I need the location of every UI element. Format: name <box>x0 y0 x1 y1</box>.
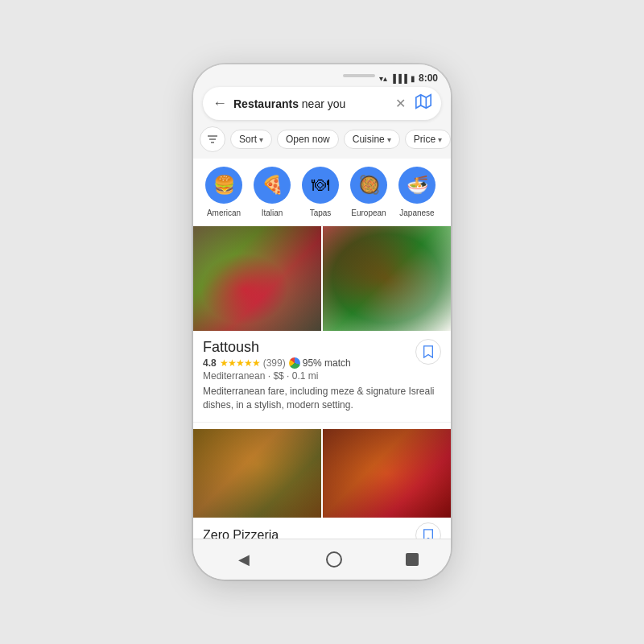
european-icon: 🥘 <box>350 167 387 204</box>
price-chevron: ▾ <box>438 135 442 144</box>
cuisine-italian[interactable]: 🍕 Italian <box>248 167 296 217</box>
fattoush-image-1 <box>193 226 321 331</box>
cuisine-label: Cuisine <box>353 134 385 145</box>
european-label: European <box>351 208 386 217</box>
american-label: American <box>207 208 241 217</box>
fattoush-match-pct: 95% match <box>303 357 351 369</box>
nav-home-button[interactable] <box>326 551 342 568</box>
fattoush-save-button[interactable] <box>415 339 441 365</box>
content-area: 🍔 American 🍕 Italian 🍽 Tapas 🥘 European … <box>193 159 451 539</box>
zero-pizzeria-image-1 <box>193 429 321 518</box>
battery-icon: ▮ <box>411 74 415 83</box>
map-button[interactable] <box>415 93 431 114</box>
back-button[interactable]: ← <box>213 95 227 112</box>
status-bar: ▾▴ ▐▐▐ ▮ 8:00 <box>193 64 451 87</box>
fattoush-match: 95% match <box>289 357 351 369</box>
fattoush-price: $$ <box>273 370 283 382</box>
wifi-icon: ▾▴ <box>379 74 387 83</box>
drag-handle-top <box>343 74 375 82</box>
italian-label: Italian <box>262 208 283 217</box>
fattoush-review-count: (399) <box>263 357 286 369</box>
sort-chip[interactable]: Sort ▾ <box>230 130 272 149</box>
signal-icon: ▐▐▐ <box>390 74 407 83</box>
fattoush-rating-row: 4.8 ★★★★★ (399) 95% match <box>203 357 441 369</box>
phone-frame: ▾▴ ▐▐▐ ▮ 8:00 ← Restaurants near you ✕ <box>193 64 451 580</box>
fattoush-info: Fattoush 4.8 ★★★★★ (399) 95% match <box>193 339 451 412</box>
fattoush-stars: ★★★★★ <box>220 357 260 369</box>
zero-pizzeria-info: Zero Pizzeria <box>193 518 451 539</box>
match-dot-icon <box>289 357 300 369</box>
fattoush-rating: 4.8 <box>203 357 217 369</box>
fattoush-name: Fattoush <box>203 339 441 356</box>
status-icons: ▾▴ ▐▐▐ ▮ 8:00 <box>379 72 438 84</box>
fattoush-distance: 0.1 mi <box>292 370 319 382</box>
japanese-icon: 🍜 <box>398 167 436 204</box>
search-query-bold: Restaurants <box>233 97 299 110</box>
status-time: 8:00 <box>419 72 438 84</box>
japanese-label: Japanese <box>399 208 434 217</box>
search-query-rest: near you <box>299 97 345 110</box>
nav-back-button[interactable]: ◀ <box>225 547 262 572</box>
sort-chevron: ▾ <box>259 135 263 144</box>
cuisine-american[interactable]: 🍔 American <box>200 167 248 217</box>
clear-button[interactable]: ✕ <box>395 96 406 111</box>
zero-pizzeria-save-button[interactable] <box>415 522 441 539</box>
open-now-chip[interactable]: Open now <box>277 130 339 149</box>
zero-pizzeria-image-2 <box>323 429 451 518</box>
fattoush-meta: Mediterranean · $$ · 0.1 mi <box>203 370 441 382</box>
zero-pizzeria-images <box>193 429 451 518</box>
search-query: Restaurants near you <box>233 97 389 110</box>
american-icon: 🍔 <box>205 167 242 204</box>
zero-pizzeria-name: Zero Pizzeria <box>203 528 279 539</box>
fattoush-image-2 <box>323 226 451 331</box>
fattoush-description: Mediterranean fare, including meze & sig… <box>203 385 441 412</box>
nav-stop-button[interactable] <box>406 553 419 566</box>
search-bar-area: ← Restaurants near you ✕ <box>193 87 451 126</box>
tapas-icon: 🍽 <box>302 167 339 204</box>
restaurant-card-fattoush[interactable]: Fattoush 4.8 ★★★★★ (399) 95% match <box>193 226 451 423</box>
fattoush-separator2: · <box>287 370 292 382</box>
nav-bar: ◀ <box>193 539 451 580</box>
tapas-label: Tapas <box>310 208 332 217</box>
restaurant-card-zero-pizzeria[interactable]: Zero Pizzeria <box>193 423 451 539</box>
svg-marker-0 <box>416 95 431 109</box>
cuisine-chip[interactable]: Cuisine ▾ <box>344 130 400 149</box>
price-label: Price <box>414 134 436 145</box>
filter-icon-button[interactable] <box>200 126 225 152</box>
fattoush-images <box>193 226 451 331</box>
italian-icon: 🍕 <box>254 167 291 204</box>
cuisine-categories: 🍔 American 🍕 Italian 🍽 Tapas 🥘 European … <box>193 159 451 226</box>
cuisine-tapas[interactable]: 🍽 Tapas <box>296 167 345 217</box>
cuisine-chevron: ▾ <box>387 135 391 144</box>
cuisine-japanese[interactable]: 🍜 Japanese <box>393 167 441 217</box>
open-now-label: Open now <box>286 134 330 145</box>
price-chip[interactable]: Price ▾ <box>405 130 451 149</box>
filter-bar: Sort ▾ Open now Cuisine ▾ Price ▾ <box>193 126 451 159</box>
search-bar: ← Restaurants near you ✕ <box>203 87 441 120</box>
cuisine-european[interactable]: 🥘 European <box>345 167 393 217</box>
fattoush-cuisine: Mediterranean <box>203 370 265 382</box>
sort-label: Sort <box>239 134 257 145</box>
